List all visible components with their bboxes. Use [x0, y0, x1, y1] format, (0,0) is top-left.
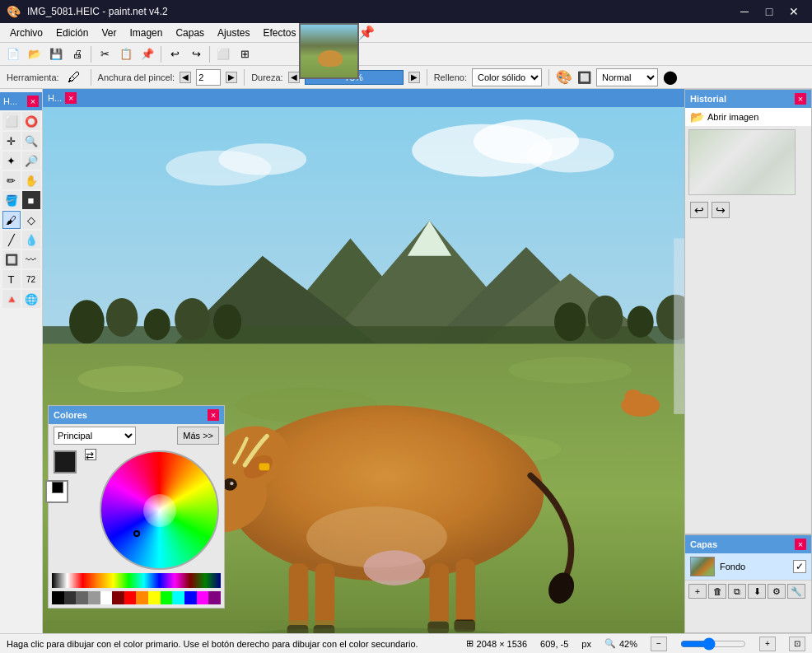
- brush-width-input[interactable]: [196, 69, 221, 86]
- swatch-dark-red[interactable]: [112, 591, 124, 604]
- history-redo-button[interactable]: ↪: [712, 202, 730, 218]
- zoom-in-status-button[interactable]: +: [759, 637, 776, 651]
- swatch-magenta[interactable]: [197, 591, 209, 604]
- zoom-tool[interactable]: 🔍: [22, 132, 40, 150]
- menu-efectos[interactable]: Efectos: [256, 26, 302, 40]
- close-button[interactable]: ✕: [782, 2, 805, 21]
- hardness-label: Dureza:: [251, 72, 283, 82]
- layer-merge-button[interactable]: ⬇: [748, 584, 766, 599]
- save-button[interactable]: 💾: [46, 45, 66, 63]
- shape-tool[interactable]: 🔺: [2, 290, 21, 308]
- eraser-tool[interactable]: ◇: [22, 211, 40, 229]
- history-close-button[interactable]: ×: [795, 93, 806, 105]
- canvas-close-button[interactable]: ×: [65, 92, 77, 104]
- eyedropper-tool[interactable]: 💧: [22, 231, 40, 249]
- open-button[interactable]: 📂: [25, 45, 44, 63]
- layer-delete-button[interactable]: 🗑: [708, 584, 726, 599]
- rectangle-select-tool[interactable]: ⬜: [2, 112, 21, 130]
- crop-button[interactable]: ⬜: [213, 45, 233, 63]
- swap-colors-icon[interactable]: ⇄: [85, 449, 96, 460]
- brush-tool[interactable]: 🖌: [2, 211, 21, 229]
- swatch-cyan[interactable]: [172, 591, 184, 604]
- zoom-slider[interactable]: [680, 637, 746, 651]
- swatch-yellow[interactable]: [148, 591, 161, 604]
- color-wheel[interactable]: [100, 450, 219, 570]
- hand-tool[interactable]: ✋: [22, 171, 40, 189]
- swatch-green[interactable]: [161, 591, 173, 604]
- layer-visible-toggle[interactable]: ✓: [793, 560, 806, 573]
- color-square-tool[interactable]: ■: [22, 191, 40, 209]
- swatch-white[interactable]: [100, 591, 113, 604]
- color-swatches-bar[interactable]: [52, 573, 221, 588]
- layer-item-fondo[interactable]: Fondo ✓: [685, 553, 811, 581]
- menu-ver[interactable]: Ver: [95, 26, 123, 40]
- tool-label: Herramienta:: [7, 72, 59, 82]
- print-button[interactable]: 🖨: [68, 45, 87, 63]
- gradient-tool[interactable]: 🌐: [22, 290, 40, 308]
- layer-settings-button[interactable]: 🔧: [787, 584, 805, 599]
- layer-properties-button[interactable]: ⚙: [768, 584, 786, 599]
- stamp-tool[interactable]: 🔲: [2, 250, 21, 268]
- swatch-gray[interactable]: [76, 591, 88, 604]
- resize-button[interactable]: ⊞: [235, 45, 254, 63]
- swatch-orange[interactable]: [136, 591, 148, 604]
- swatch-black[interactable]: [52, 591, 64, 604]
- history-undo-button[interactable]: ↩: [690, 202, 708, 218]
- blend-select[interactable]: Normal: [596, 68, 658, 86]
- text-tool[interactable]: T: [2, 270, 21, 288]
- history-preview-image: [688, 129, 796, 195]
- menu-imagen[interactable]: Imagen: [123, 26, 169, 40]
- layer-add-button[interactable]: +: [688, 584, 707, 599]
- maximize-button[interactable]: □: [758, 2, 781, 21]
- swatch-dark-gray[interactable]: [64, 591, 77, 604]
- color-more-button[interactable]: Más >>: [177, 427, 219, 445]
- swatch-light-gray[interactable]: [88, 591, 100, 604]
- undo-button[interactable]: ↩: [165, 45, 184, 63]
- swatch-red[interactable]: [124, 591, 137, 604]
- blur-tool[interactable]: 〰: [22, 250, 40, 268]
- swatch-purple[interactable]: [208, 591, 221, 604]
- pencil-tool[interactable]: ✏: [2, 171, 21, 189]
- brush-width-decrease[interactable]: ◀: [180, 72, 191, 83]
- colors-panel-close[interactable]: ×: [208, 409, 219, 421]
- opacity-circle-icon[interactable]: ⬤: [663, 69, 678, 85]
- zoom-fit-button[interactable]: ⊡: [789, 637, 805, 651]
- paint-bucket-tool[interactable]: 🪣: [2, 191, 21, 209]
- new-button[interactable]: 📄: [3, 45, 23, 63]
- fill-select[interactable]: Color sólido: [472, 68, 542, 86]
- swatch-blue[interactable]: [184, 591, 197, 604]
- svg-point-42: [223, 478, 237, 491]
- redo-button[interactable]: ↪: [186, 45, 206, 63]
- colors-panel: Colores × Principal Más >> ⇄: [48, 405, 225, 609]
- layers-close-button[interactable]: ×: [795, 539, 806, 550]
- reset-colors-icon[interactable]: [52, 482, 63, 493]
- copy-button[interactable]: 📋: [116, 45, 136, 63]
- cut-button[interactable]: ✂: [95, 45, 114, 63]
- hardness-increase[interactable]: ▶: [408, 72, 420, 83]
- tool-row-6: 🖌 ◇: [2, 211, 40, 229]
- brush-width-increase[interactable]: ▶: [226, 72, 237, 83]
- toolbox-close-button[interactable]: ×: [27, 96, 39, 107]
- title-bar: 🎨 IMG_5081.HEIC - paint.net v4.2 ─ □ ✕: [0, 0, 812, 23]
- primary-color-box[interactable]: [54, 450, 77, 473]
- move-tool[interactable]: ✛: [2, 132, 21, 150]
- menu-edicion[interactable]: Edición: [49, 26, 95, 40]
- menu-archivo[interactable]: Archivo: [3, 26, 49, 40]
- hardness-decrease[interactable]: ◀: [288, 72, 300, 83]
- zoom-out-tool[interactable]: 🔎: [22, 152, 40, 170]
- magic-wand-tool[interactable]: ✦: [2, 152, 21, 170]
- layer-duplicate-button[interactable]: ⧉: [728, 584, 746, 599]
- minimize-button[interactable]: ─: [733, 2, 756, 21]
- line-tool[interactable]: ╱: [2, 231, 21, 249]
- menu-capas[interactable]: Capas: [169, 26, 211, 40]
- tool-row-1: ⬜ ⭕: [2, 112, 40, 130]
- current-tool-icon[interactable]: 🖊: [64, 68, 84, 86]
- layers-panel: Capas × Fondo ✓ + 🗑 ⧉ ⬇ ⚙ 🔧: [684, 534, 812, 633]
- font-tool[interactable]: 72: [22, 270, 40, 288]
- menu-ajustes[interactable]: Ajustes: [211, 26, 256, 40]
- zoom-out-status-button[interactable]: −: [651, 637, 667, 651]
- paste-button[interactable]: 📌: [138, 45, 157, 63]
- lasso-select-tool[interactable]: ⭕: [22, 112, 40, 130]
- history-item-open[interactable]: 📂 Abrir imagen: [685, 108, 811, 126]
- color-mode-select[interactable]: Principal: [54, 427, 136, 445]
